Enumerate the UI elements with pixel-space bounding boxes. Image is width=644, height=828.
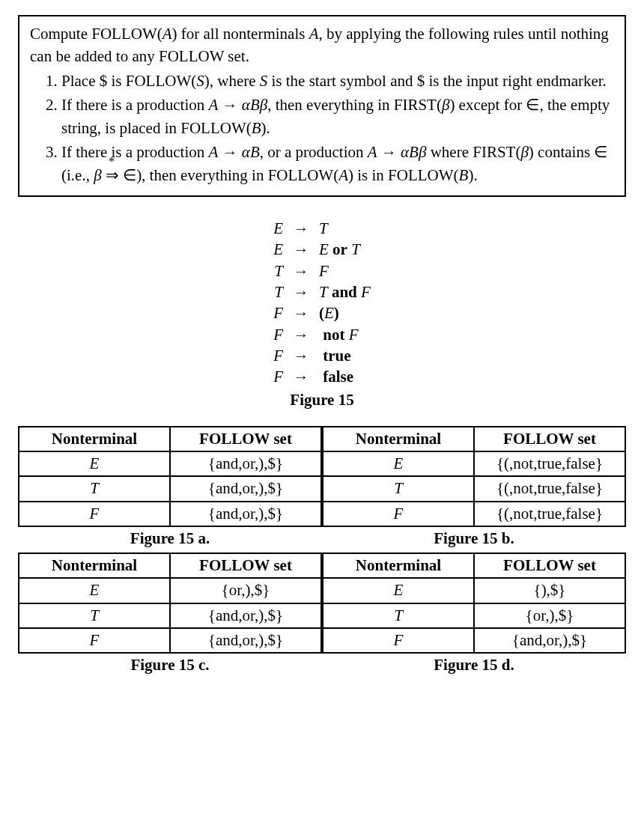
table-a: NonterminalFOLLOW set E{and,or,),$} T{an… [18, 426, 322, 527]
grammar-row: F→ true [269, 345, 375, 366]
table-c: NonterminalFOLLOW set E{or,),$} T{and,or… [18, 552, 322, 654]
grammar-row: E→T [269, 218, 375, 239]
grammar-table: E→T E→E or T T→F T→T and F F→(E) F→ not … [269, 218, 375, 388]
table-d: NonterminalFOLLOW set E{),$} T{or,),$} F… [322, 552, 626, 654]
table-row: F{and,or,),$} [19, 628, 321, 653]
col-follow-set: FOLLOW set [474, 427, 625, 451]
col-nonterminal: Nonterminal [19, 427, 170, 451]
grammar-figure: E→T E→E or T T→F T→T and F F→(E) F→ not … [269, 218, 375, 410]
table-row: E{and,or,),$} [19, 451, 321, 476]
table-b: NonterminalFOLLOW set E{(,not,true,false… [322, 426, 626, 527]
table-row: F{(,not,true,false} [323, 502, 625, 526]
grammar-row: T→F [269, 261, 375, 281]
grammar-row: E→E or T [269, 239, 375, 260]
follow-tables: NonterminalFOLLOW set E{and,or,),$} T{an… [18, 426, 626, 679]
caption-c: Figure 15 c. [18, 654, 322, 679]
grammar-row: T→T and F [269, 281, 375, 302]
col-follow-set: FOLLOW set [170, 553, 321, 578]
grammar-caption: Figure 15 [269, 391, 375, 410]
table-row: T{and,or,),$} [19, 603, 321, 628]
col-nonterminal: Nonterminal [323, 427, 474, 451]
grammar-row: F→ not F [269, 324, 375, 345]
grammar-row: F→(E) [269, 302, 375, 323]
table-row: E{(,not,true,false} [323, 451, 625, 476]
rule-2: If there is a production A → αBβ, then e… [61, 94, 614, 139]
caption-d: Figure 15 d. [322, 654, 626, 679]
table-row: F{and,or,),$} [19, 502, 321, 526]
rule-1: Place $ is FOLLOW(S), where S is the sta… [61, 70, 614, 92]
table-row: E{or,),$} [19, 578, 321, 603]
table-row: E{),$} [323, 578, 625, 603]
col-follow-set: FOLLOW set [170, 427, 321, 451]
table-row: T{and,or,),$} [19, 476, 321, 501]
algorithm-box: Compute FOLLOW(A) for all nonterminals A… [18, 15, 626, 197]
col-nonterminal: Nonterminal [19, 553, 170, 578]
table-row: T{or,),$} [323, 603, 625, 628]
caption-b: Figure 15 b. [322, 527, 626, 552]
algorithm-intro: Compute FOLLOW(A) for all nonterminals A… [30, 22, 614, 68]
table-row: T{(,not,true,false} [323, 476, 625, 501]
grammar-row: F→ false [269, 366, 375, 387]
algorithm-rules-list: Place $ is FOLLOW(S), where S is the sta… [30, 70, 614, 186]
col-nonterminal: Nonterminal [323, 553, 474, 578]
caption-a: Figure 15 a. [18, 527, 322, 552]
rule-3: If there is a production A → αB, or a pr… [61, 141, 614, 186]
table-row: F{and,or,),$} [323, 628, 625, 653]
col-follow-set: FOLLOW set [474, 553, 625, 578]
